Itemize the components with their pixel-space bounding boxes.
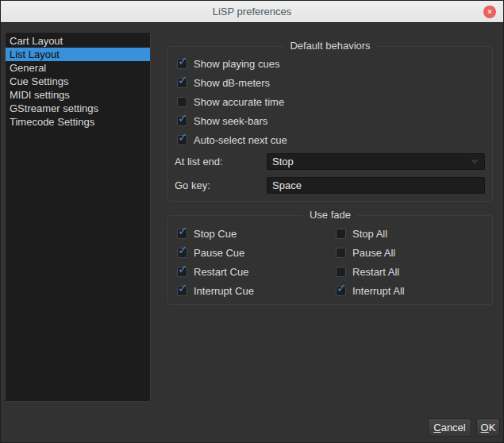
checkbox-label: Show accurate time [194, 96, 284, 108]
at-list-end-label: At list end: [175, 153, 223, 170]
checkbox-auto-select-next-cue[interactable]: ✓ Auto-select next cue [177, 133, 287, 147]
check-icon: ✓ [178, 243, 188, 257]
checkbox-label: Show playing cues [194, 58, 279, 70]
checkbox-box[interactable]: ✓ [177, 267, 187, 277]
sidebar-item-cart-layout[interactable]: Cart Layout [6, 34, 150, 48]
group-title-use-fade: Use fade [303, 209, 357, 221]
category-list: Cart Layout List Layout General Cue Sett… [5, 32, 151, 402]
cancel-button-label: Cancel [429, 419, 471, 436]
window-title: LiSP preferences [1, 1, 503, 22]
checkbox-box[interactable]: ✓ [336, 229, 346, 239]
sidebar-item-cue-settings[interactable]: Cue Settings [6, 75, 150, 88]
checkbox-box[interactable]: ✓ [177, 286, 187, 296]
checkbox-box[interactable]: ✓ [336, 286, 346, 296]
group-use-fade: Use fade ✓ Stop Cue ✓ Pause Cue ✓ Restar… [167, 215, 493, 305]
checkbox-restart-cue[interactable]: ✓ Restart Cue [177, 264, 248, 279]
cancel-button[interactable]: Cancel [428, 418, 471, 437]
group-title-default-behaviors: Default behaviors [283, 40, 376, 52]
checkbox-label: Pause All [352, 247, 395, 259]
checkbox-box[interactable]: ✓ [336, 248, 346, 258]
checkbox-show-accurate-time[interactable]: ✓ Show accurate time [177, 94, 284, 109]
checkbox-box[interactable]: ✓ [177, 97, 187, 107]
checkbox-label: Stop All [352, 228, 387, 240]
close-button[interactable]: ✕ [483, 6, 496, 18]
check-icon: ✓ [178, 130, 188, 144]
checkbox-label: Interrupt Cue [194, 285, 254, 297]
sidebar-item-general[interactable]: General [6, 61, 150, 75]
checkbox-box[interactable]: ✓ [177, 59, 187, 69]
close-icon: ✕ [483, 6, 496, 18]
check-icon: ✓ [178, 224, 188, 238]
checkbox-label: Show dB-meters [194, 77, 270, 89]
checkbox-label: Auto-select next cue [194, 134, 287, 146]
ok-button-label: OK [477, 419, 499, 436]
check-icon: ✓ [178, 262, 188, 276]
checkbox-label: Restart Cue [194, 266, 248, 278]
checkbox-stop-cue[interactable]: ✓ Stop Cue [177, 226, 237, 241]
check-icon: ✓ [178, 111, 188, 125]
go-key-input[interactable] [267, 177, 485, 194]
checkbox-restart-all[interactable]: ✓ Restart All [336, 264, 399, 279]
sidebar-item-list-layout[interactable]: List Layout [6, 48, 150, 61]
titlebar: LiSP preferences ✕ [1, 1, 503, 23]
checkbox-show-seek-bars[interactable]: ✓ Show seek-bars [177, 114, 267, 128]
ok-button[interactable]: OK [476, 418, 500, 437]
sidebar-item-midi-settings[interactable]: MIDI settings [6, 88, 150, 102]
checkbox-box[interactable]: ✓ [177, 135, 187, 145]
checkbox-box[interactable]: ✓ [177, 248, 187, 258]
checkbox-label: Stop Cue [194, 228, 237, 240]
check-icon: ✓ [337, 281, 347, 295]
checkbox-show-db-meters[interactable]: ✓ Show dB-meters [177, 75, 270, 90]
chevron-down-icon [471, 160, 479, 164]
checkbox-pause-cue[interactable]: ✓ Pause Cue [177, 245, 244, 260]
checkbox-box[interactable]: ✓ [177, 229, 187, 239]
checkbox-box[interactable]: ✓ [177, 116, 187, 126]
preferences-window: LiSP preferences ✕ Cart Layout List Layo… [0, 0, 504, 443]
check-icon: ✓ [178, 54, 188, 68]
checkbox-stop-all[interactable]: ✓ Stop All [336, 226, 387, 241]
sidebar-item-gstreamer-settings[interactable]: GStreamer settings [6, 102, 150, 115]
checkbox-interrupt-cue[interactable]: ✓ Interrupt Cue [177, 283, 254, 298]
checkbox-label: Restart All [352, 266, 399, 278]
checkbox-label: Show seek-bars [194, 115, 267, 127]
checkbox-pause-all[interactable]: ✓ Pause All [336, 245, 395, 260]
checkbox-box[interactable]: ✓ [177, 78, 187, 88]
check-icon: ✓ [178, 73, 188, 87]
checkbox-show-playing-cues[interactable]: ✓ Show playing cues [177, 56, 279, 71]
checkbox-box[interactable]: ✓ [336, 267, 346, 277]
checkbox-label: Pause Cue [194, 247, 244, 259]
go-key-label: Go key: [175, 177, 210, 194]
checkbox-interrupt-all[interactable]: ✓ Interrupt All [336, 283, 405, 298]
sidebar-item-timecode-settings[interactable]: Timecode Settings [6, 115, 150, 129]
checkbox-label: Interrupt All [352, 285, 405, 297]
check-icon: ✓ [178, 281, 188, 295]
at-list-end-value: Stop [267, 154, 484, 169]
at-list-end-dropdown[interactable]: Stop [267, 153, 485, 170]
